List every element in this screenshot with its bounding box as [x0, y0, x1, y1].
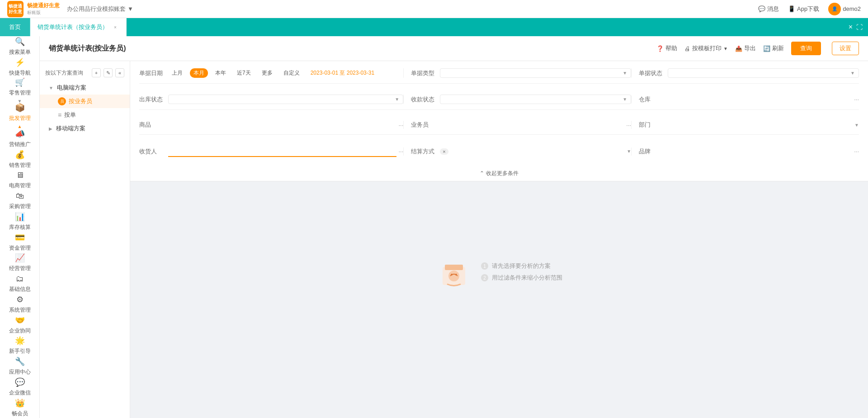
purchase-icon: 🛍: [16, 191, 24, 201]
tree-mobile-scheme[interactable]: ▶ 移动端方案: [40, 122, 130, 135]
tip-num-1: 1: [481, 262, 488, 270]
sidebar-ecommerce[interactable]: 🖥 电商管理: [0, 170, 39, 190]
settlement-select[interactable]: ▼: [627, 149, 631, 154]
collection-chevron: ▼: [623, 97, 627, 102]
sidebar-finance[interactable]: 💳 资金管理: [0, 232, 39, 252]
sidebar-operation[interactable]: 📈 经营管理: [0, 252, 39, 273]
collection-select[interactable]: ▼: [440, 95, 631, 104]
query-button[interactable]: 查询: [791, 42, 821, 55]
tab-home[interactable]: 首页: [0, 18, 30, 36]
system-icon: ⚙: [16, 294, 24, 304]
tab-close-btn[interactable]: ×: [112, 24, 119, 31]
goods-dots[interactable]: ···: [398, 122, 403, 128]
print-dropdown[interactable]: ▼: [723, 46, 728, 51]
brand-label: 品牌: [639, 147, 664, 156]
sidebar-basic[interactable]: 🗂 基础信息: [0, 273, 39, 294]
finance-icon: 💳: [15, 233, 25, 242]
settlement-clear[interactable]: ×: [440, 148, 448, 155]
help-btn[interactable]: ❓ 帮助: [656, 44, 677, 52]
sidebar-ecommerce-label: 电商管理: [9, 182, 31, 190]
tab-maximize[interactable]: ⛶: [856, 24, 863, 31]
sidebar-shortcut-label: 快捷导航: [9, 69, 31, 77]
tree-by-order[interactable]: ≡ 按单: [40, 108, 130, 122]
sidebar-wechat[interactable]: 💬 企业微信: [0, 377, 39, 398]
sidebar-marketing[interactable]: 📣 营销推广: [0, 128, 39, 149]
by-order-label: 按单: [64, 111, 76, 119]
tab-active-label: 销货单统计表（按业务员）: [38, 23, 108, 31]
empty-state: 1 请先选择要分析的方案 2 用过滤条件来缩小分析范围: [130, 181, 868, 362]
page-actions: ❓ 帮助 🖨 按模板打印 ▼ 📤 导出 🔄 刷新: [656, 42, 859, 55]
date-last-month[interactable]: 上月: [168, 68, 186, 78]
consignee-input[interactable]: [168, 146, 396, 157]
tab-sales-stats[interactable]: 销货单统计表（按业务员） ×: [30, 18, 127, 36]
date-more[interactable]: 更多: [258, 68, 276, 78]
svg-point-3: [451, 274, 453, 276]
date-custom[interactable]: 自定义: [280, 68, 303, 78]
out-status-select[interactable]: ▼: [168, 95, 403, 104]
username: demo2: [843, 5, 861, 12]
avatar: 👤: [828, 3, 841, 15]
collapse-bar[interactable]: ⌃ 收起更多条件: [139, 166, 859, 181]
download-icon: 📱: [788, 5, 795, 12]
message-btn[interactable]: 💬 消息: [758, 5, 779, 13]
tree-pc-scheme[interactable]: ▼ 电脑端方案: [40, 81, 130, 95]
avatar-img: 👤: [832, 6, 837, 11]
empty-tips: 1 请先选择要分析的方案 2 用过滤条件来缩小分析范围: [481, 262, 562, 282]
export-btn[interactable]: 📤 导出: [735, 44, 756, 52]
template-print-btn[interactable]: 🖨 按模板打印 ▼: [684, 44, 728, 52]
sidebar-newbie[interactable]: 🌟 新手引导: [0, 335, 39, 356]
sidebar-retail[interactable]: 🛒 零售管理 ▼: [0, 78, 39, 103]
sidebar-member[interactable]: 👑 畅会员: [0, 397, 39, 418]
edit-scheme-btn[interactable]: ✎: [104, 68, 113, 77]
sidebar-wholesale[interactable]: 📦 批发管理 ▲: [0, 103, 39, 128]
refresh-icon: 🔄: [763, 45, 770, 52]
sidebar: 🔍 搜索菜单 ⚡ 快捷导航 🛒 零售管理 ▼ 📦 批发管理 ▲ 📣 营销推广: [0, 36, 40, 418]
sidebar-enterprise[interactable]: 🤝 企业协同: [0, 314, 39, 335]
left-panel: 按以下方案查询 + ✎ «: [40, 61, 130, 418]
sidebar-system[interactable]: ⚙ 系统管理: [0, 294, 39, 315]
app-download-btn[interactable]: 📱 App下载: [788, 5, 819, 13]
add-scheme-btn[interactable]: +: [92, 68, 101, 77]
operation-icon: 📈: [15, 253, 25, 263]
sidebar-retail-label: 零售管理: [9, 89, 31, 97]
consignee-dots[interactable]: ···: [398, 148, 403, 155]
sidebar-apps[interactable]: 🔧 应用中心: [0, 356, 39, 377]
sidebar-search[interactable]: 🔍 搜索菜单: [0, 36, 39, 57]
doc-status-label: 单据状态: [639, 69, 664, 77]
app-title-text: 办公用品行业模拟账套: [67, 5, 126, 13]
edit-icon: ✎: [106, 70, 110, 76]
setting-button[interactable]: 设置: [832, 42, 859, 55]
tree-by-salesman[interactable]: 员 按业务员: [40, 95, 130, 108]
app-title: 办公用品行业模拟账套 ▼: [67, 5, 133, 13]
logo-icon: 畅捷通好生意: [7, 1, 24, 17]
collapse-label: 收起更多条件: [486, 170, 519, 176]
brand-dots[interactable]: ···: [854, 148, 859, 155]
collapse-panel-btn[interactable]: «: [115, 68, 124, 77]
sidebar-sales[interactable]: 💰 销售管理: [0, 149, 39, 170]
logo-brand: 畅捷通好生意: [27, 2, 60, 10]
salesman-dots[interactable]: ···: [626, 122, 631, 128]
search-icon: 🔍: [15, 37, 25, 47]
date-7days[interactable]: 近7天: [233, 68, 255, 78]
dept-select[interactable]: ▼: [764, 123, 859, 128]
dropdown-chevron[interactable]: ▼: [127, 5, 133, 12]
sidebar-shortcut[interactable]: ⚡ 快捷导航: [0, 57, 39, 78]
empty-image: [436, 253, 472, 291]
sidebar-inventory[interactable]: 📊 库存核算: [0, 211, 39, 232]
doc-type-select[interactable]: ▼: [440, 68, 631, 78]
order-icon: ≡: [58, 111, 61, 119]
sidebar-purchase[interactable]: 🛍 采购管理: [0, 190, 39, 211]
help-label: 帮助: [665, 44, 677, 52]
warehouse-dots[interactable]: ···: [854, 96, 859, 103]
doc-status-select[interactable]: ▼: [668, 68, 859, 78]
sidebar-finance-label: 资金管理: [9, 244, 31, 252]
user-menu[interactable]: 👤 demo2: [828, 3, 861, 15]
wholesale-icon: 📦: [15, 103, 25, 113]
date-this-month[interactable]: 本月: [190, 68, 208, 78]
date-this-year[interactable]: 本年: [212, 68, 230, 78]
tab-close-window[interactable]: ×: [849, 23, 853, 31]
salesman-icon-text: 员: [60, 99, 64, 104]
retail-icon: 🛒: [15, 77, 25, 87]
tree-mobile-label: 移动端方案: [56, 124, 85, 133]
refresh-btn[interactable]: 🔄 刷新: [763, 44, 784, 52]
